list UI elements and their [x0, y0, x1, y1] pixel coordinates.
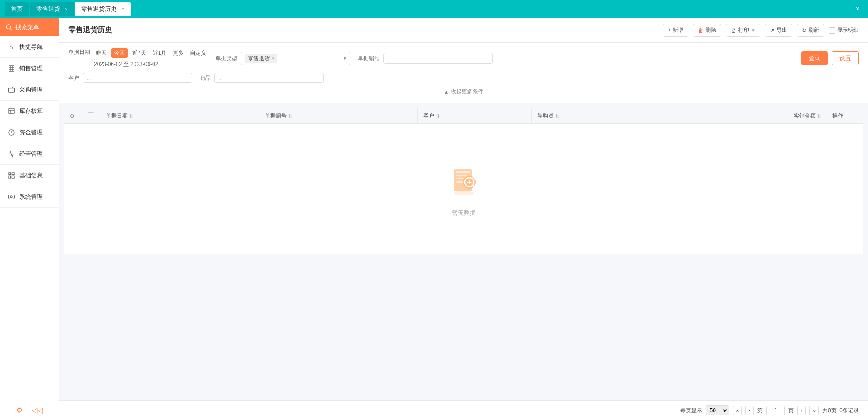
type-tag-close[interactable]: × [272, 56, 274, 61]
gear-icon[interactable]: ⚙ [70, 113, 75, 119]
refresh-button[interactable]: ↻ 刷新 [797, 24, 824, 37]
export-label: 导出 [776, 26, 787, 34]
col-action-label: 操作 [832, 113, 843, 119]
sidebar-item-operation-label: 经营管理 [19, 150, 43, 158]
tab-retail-return-history[interactable]: 零售退货历史 × [75, 2, 130, 16]
col-customer-sort[interactable]: 客户 ⇅ [423, 112, 526, 120]
date-opt-yesterday[interactable]: 昨天 [94, 48, 108, 58]
per-page-select[interactable]: 50 10 20 100 [706, 405, 729, 415]
svg-rect-12 [456, 171, 470, 173]
svg-rect-8 [12, 176, 14, 178]
col-checkbox [82, 108, 100, 124]
filter-collapse[interactable]: ▲ 收起更多条件 [68, 86, 859, 97]
page-label: 第 [757, 407, 763, 415]
sidebar-item-inventory-label: 库存核算 [19, 107, 43, 115]
page-number-input[interactable] [766, 406, 785, 415]
number-filter-group: 单据编号 [358, 53, 493, 64]
sales-icon [7, 64, 15, 72]
query-button[interactable]: 查询 [801, 51, 828, 65]
page-title: 零售退货历史 [68, 26, 112, 35]
svg-line-1 [10, 28, 12, 30]
col-date[interactable]: 单据日期 ⇅ [100, 108, 259, 124]
tab-retail-return-history-close[interactable]: × [121, 6, 124, 12]
delete-button[interactable]: 🗑 删除 [693, 24, 721, 37]
page-last-button[interactable]: » [809, 406, 819, 415]
set-button[interactable]: 设置 [832, 51, 859, 65]
type-filter-tags[interactable]: 零售退货 × ▾ [241, 52, 350, 65]
sidebar-item-purchase-mgmt[interactable]: 采购管理 [0, 79, 59, 101]
inventory-icon [7, 107, 15, 115]
goods-dots: ... [218, 75, 223, 81]
sidebar-item-quick-nav[interactable]: ⌂ 快捷导航 [0, 36, 59, 58]
col-guide[interactable]: 导购员 ⇅ [532, 108, 668, 124]
svg-rect-7 [9, 176, 11, 178]
sidebar-item-basic-info[interactable]: 基础信息 [0, 165, 59, 186]
date-opt-today[interactable]: 今天 [111, 48, 128, 58]
collapse-label: 收起更多条件 [451, 88, 483, 96]
sidebar-bottom: ⚙ ◁◁ [0, 400, 59, 420]
customer-filter-group: 客户 ... [68, 73, 192, 83]
col-action: 操作 [827, 108, 863, 124]
show-detail-wrap: 显示明细 [829, 26, 859, 34]
date-opt-1month[interactable]: 近1月 [151, 48, 169, 58]
date-filter-label: 单据日期 [68, 48, 90, 56]
finance-icon [7, 128, 15, 137]
col-date-sort[interactable]: 单据日期 ⇅ [106, 112, 253, 120]
sidebar-item-system-mgmt[interactable]: 系统管理 [0, 186, 59, 208]
page-next-button[interactable]: › [797, 406, 806, 415]
date-options-wrap: 昨天 今天 近7天 近1月 更多 自定义 2023-06-02 至 2023-0… [94, 48, 208, 68]
col-amount[interactable]: 实销金额 ⇅ [668, 108, 827, 124]
sort-amount-icon: ⇅ [817, 113, 821, 118]
sidebar-search-label: 搜索菜单 [15, 23, 39, 31]
type-tag-retail-return: 零售退货 × [245, 54, 277, 63]
tab-home-label: 首页 [11, 5, 23, 13]
date-opt-custom[interactable]: 自定义 [188, 48, 208, 58]
header-checkbox[interactable] [88, 112, 94, 118]
number-filter-input[interactable] [383, 53, 493, 64]
delete-label: 删除 [705, 26, 716, 34]
export-button[interactable]: ↗ 导出 [765, 24, 792, 37]
tab-retail-return[interactable]: 零售退货 × [30, 2, 74, 16]
goods-filter-group: 商品 ... [200, 73, 324, 83]
tab-retail-return-history-label: 零售退货历史 [81, 5, 117, 13]
date-opt-7days[interactable]: 近7天 [130, 48, 148, 58]
export-icon: ↗ [770, 27, 775, 34]
col-number[interactable]: 单据编号 ⇅ [259, 108, 418, 124]
col-gear[interactable]: ⚙ [64, 108, 82, 124]
tab-list: 首页 零售退货 × 零售退货历史 × [5, 2, 852, 16]
type-tag-label: 零售退货 [248, 55, 270, 62]
add-button[interactable]: + 新增 [663, 24, 688, 37]
page-first-button[interactable]: « [733, 406, 742, 415]
sidebar-item-sales-mgmt[interactable]: 销售管理 [0, 58, 59, 79]
page-prev-button[interactable]: ‹ [745, 406, 754, 415]
sidebar-item-sales-mgmt-label: 销售管理 [19, 64, 43, 72]
customer-filter-input[interactable]: ... [83, 73, 192, 83]
data-table: ⚙ 单据日期 ⇅ 单据编号 [64, 108, 863, 254]
col-customer[interactable]: 客户 ⇅ [418, 108, 532, 124]
print-button[interactable]: 🖨 打印 ▼ [726, 24, 760, 37]
sidebar-item-finance[interactable]: 资金管理 [0, 122, 59, 143]
col-number-label: 单据编号 [265, 112, 287, 120]
sidebar-search[interactable]: 搜索菜单 [0, 18, 59, 36]
date-filter-group: 单据日期 昨天 今天 近7天 近1月 更多 自定义 2023-06-02 至 2… [68, 48, 208, 68]
goods-filter-input[interactable]: ... [214, 73, 324, 83]
search-icon [5, 24, 13, 31]
col-amount-sort[interactable]: 实销金额 ⇅ [673, 112, 821, 120]
show-detail-checkbox[interactable] [829, 27, 835, 34]
window-close-button[interactable]: × [852, 3, 863, 15]
sort-customer-icon: ⇅ [436, 113, 440, 118]
col-number-sort[interactable]: 单据编号 ⇅ [265, 112, 412, 120]
sidebar-item-operation[interactable]: 经营管理 [0, 143, 59, 165]
sidebar-item-inventory[interactable]: 库存核算 [0, 101, 59, 122]
sidebar-item-basic-info-label: 基础信息 [19, 171, 43, 179]
tab-retail-return-close[interactable]: × [65, 6, 67, 12]
number-filter-label: 单据编号 [358, 55, 380, 62]
type-filter-label: 单据类型 [216, 55, 237, 62]
date-opt-more[interactable]: 更多 [171, 48, 185, 58]
delete-icon: 🗑 [698, 27, 704, 34]
settings-icon[interactable]: ⚙ [16, 406, 23, 415]
tab-home[interactable]: 首页 [5, 2, 29, 16]
col-guide-sort[interactable]: 导购员 ⇅ [537, 112, 662, 120]
print-chevron: ▼ [751, 28, 755, 33]
volume-icon[interactable]: ◁◁ [32, 406, 43, 415]
